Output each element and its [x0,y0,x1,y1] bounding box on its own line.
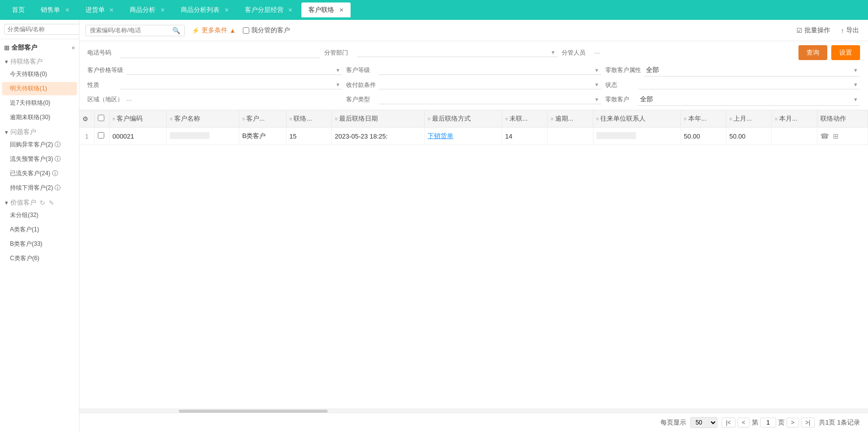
th-last-method[interactable]: 最后联络方式 [425,110,502,128]
sidebar-item-a-class[interactable]: A类客户(1) [2,223,77,236]
sidebar-item-7days[interactable]: 近7天待联络(0) [2,96,77,110]
filter-customer-type-select[interactable]: ▼ [379,95,601,104]
row-name[interactable] [166,128,239,145]
th-contact-count[interactable]: 联络... [286,110,332,128]
filter-phone-label: 电话号码 [87,49,117,57]
row-checkbox[interactable] [98,132,104,139]
export-icon: ↑ [841,27,845,34]
search-input[interactable] [90,27,170,34]
row-index: 1 [79,128,94,145]
batch-ops-button[interactable]: ☑ 批量操作 [794,24,833,37]
toolbar: 🔍 ⚡ 更多条件 ▲ 我分管的客户 ☑ 批量操作 ↑ 导出 [79,20,868,41]
sidebar-item-churned[interactable]: 已流失客户(24) ⓘ [2,167,77,180]
filter-person-dots[interactable]: ··· [594,49,795,57]
filter-nature: 性质 ▼ [87,80,342,89]
last-page-button[interactable]: >| [801,418,815,428]
scrollbar-thumb[interactable] [179,410,328,413]
th-not-contacted[interactable]: 未联... [502,110,548,128]
nav-sales-close[interactable]: ✕ [65,7,70,13]
sidebar-item-overdue[interactable]: 逾期未联络(30) [2,111,77,124]
nav-analysis-close[interactable]: ✕ [160,7,165,13]
th-overdue[interactable]: 逾期... [547,110,593,128]
my-customers-label[interactable]: 我分管的客户 [243,26,290,35]
last-method-link[interactable]: 下销货单 [428,132,453,140]
filter-region: 区域（地区） ··· [87,95,342,104]
th-last-date[interactable]: 最后联络日期 [332,110,425,128]
filter-retail-attr-label: 零散客户属性 [605,66,641,74]
my-customers-checkbox[interactable] [243,27,249,34]
filter-price-level-select[interactable]: ▼ [126,66,342,75]
nav-customer-contact-close[interactable]: ✕ [339,7,344,13]
horizontal-scrollbar[interactable] [79,409,868,413]
action-more-icon[interactable]: ⊞ [833,132,839,140]
sidebar-item-today[interactable]: 今天待联络(0) [2,68,77,81]
toolbar-right: ☑ 批量操作 ↑ 导出 [794,24,863,37]
filter-dept-select[interactable]: ▼ [357,48,557,57]
nav-customer-tier-close[interactable]: ✕ [288,7,292,13]
sidebar-item-declining[interactable]: 持续下滑客户(2) ⓘ [2,181,77,195]
sidebar-all-customers[interactable]: ⊞ 全部客户 « [0,39,79,54]
nav-analysis-list-close[interactable]: ✕ [224,7,229,13]
row-last-method[interactable]: 下销货单 [425,128,502,145]
row-code: 000021 [109,128,166,145]
group-value-label: 价值客户 [10,198,36,207]
th-type[interactable]: 客户... [239,110,286,128]
per-page-select[interactable]: 50 100 200 [690,417,718,428]
chevron-down-icon-6: ▼ [594,82,599,87]
nav-analysis[interactable]: 商品分析 ✕ [123,2,172,17]
filter-phone-input[interactable] [120,48,320,58]
nav-analysis-list[interactable]: 商品分析列表 ✕ [174,2,236,17]
action-phone-icon[interactable]: ☎ [820,132,829,140]
row-checkbox-cell[interactable] [94,128,109,145]
th-last-month[interactable]: 上月... [726,110,772,128]
export-button[interactable]: ↑ 导出 [838,24,863,37]
filter-customer-type: 客户类型 ▼ [346,95,601,104]
sidebar-item-b-class[interactable]: B类客户(33) [2,237,77,251]
nav-purchase[interactable]: 进货单 ✕ [78,2,121,17]
filter-payment-select[interactable]: ▼ [379,80,601,89]
nav-home[interactable]: 首页 [5,2,32,17]
search-icon[interactable]: 🔍 [172,27,180,34]
more-filters-button[interactable]: ⚡ 更多条件 ▲ [189,24,239,37]
settings-button[interactable]: 设置 [831,45,860,60]
sidebar-search-input[interactable] [4,24,79,35]
th-contact-person[interactable]: 往来单位联系人 [593,110,681,128]
page-input[interactable] [760,418,776,428]
sidebar-item-c-class[interactable]: C类客户(6) [2,252,77,265]
filter-customer-level-select[interactable]: ▼ [379,66,601,75]
collapse-icon[interactable]: « [72,44,75,51]
query-button[interactable]: 查询 [798,45,827,60]
th-settings[interactable]: ⚙ [79,110,94,128]
th-this-month[interactable]: 本月... [772,110,817,128]
filter-person-label: 分管人员 [562,49,591,57]
sidebar-item-tomorrow[interactable]: 明天待联络(1) [2,82,77,95]
refresh-icon[interactable]: ↻ [40,199,45,207]
nav-purchase-close[interactable]: ✕ [109,7,114,13]
sidebar-item-abnormal[interactable]: 回购异常客户(2) ⓘ [2,138,77,151]
filter-retail-attr-select[interactable]: 全部 ▼ [644,64,860,76]
row-contact-count: 15 [286,128,332,145]
first-page-button[interactable]: |< [722,418,735,428]
th-name[interactable]: 客户名称 [166,110,239,128]
chevron-down-icon: ▼ [551,50,556,55]
sidebar-search-area: 🔍 [0,20,79,39]
nav-customer-contact[interactable]: 客户联络 ✕ [301,2,351,17]
edit-icon[interactable]: ✎ [49,199,54,207]
th-checkbox[interactable] [94,110,109,128]
main-layout: 🔍 ⊞ 全部客户 « ▼ 待联络客户 今天待联络(0) 明天待联络(1) 近7天… [0,20,868,432]
prev-page-button[interactable]: < [737,418,750,428]
th-this-year[interactable]: 本年... [681,110,726,128]
total-records: 共1页 1条记录 [819,418,860,427]
filter-retail-customer-select[interactable]: 全部 ▼ [638,93,860,106]
nav-customer-tier[interactable]: 客户分层经营 ✕ [238,2,300,17]
sidebar-item-ungrouped[interactable]: 未分组(32) [2,209,77,222]
nav-sales[interactable]: 销售单 ✕ [34,2,76,17]
filter-status-select[interactable]: ▼ [638,80,860,89]
filter-row-4: 区域（地区） ··· 客户类型 ▼ 零散客户 全部 ▼ [87,93,860,106]
next-page-button[interactable]: > [787,418,799,428]
select-all-checkbox[interactable] [98,115,104,121]
filter-nature-select[interactable]: ▼ [120,80,342,89]
filter-region-dots[interactable]: ··· [126,96,342,104]
sidebar-item-churn-warn[interactable]: 流失预警客户(3) ⓘ [2,152,77,166]
th-code[interactable]: 客户编码 [109,110,166,128]
